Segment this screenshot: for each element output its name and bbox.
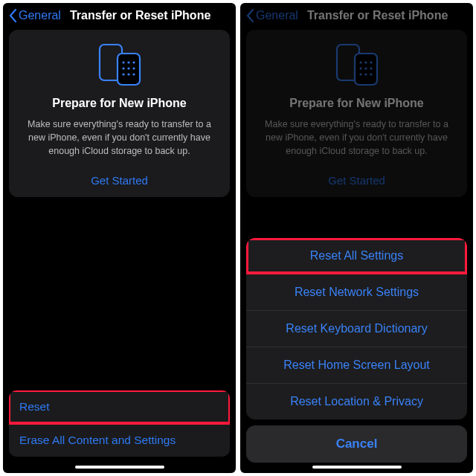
- page-title: Transfer or Reset iPhone: [70, 9, 210, 22]
- home-indicator[interactable]: [312, 466, 402, 469]
- svg-point-2: [122, 61, 124, 63]
- page-title: Transfer or Reset iPhone: [307, 9, 448, 22]
- option-reset-network-settings[interactable]: Reset Network Settings: [246, 274, 467, 310]
- svg-point-14: [364, 61, 367, 63]
- screenshots-pair: General Transfer or Reset iPhone Prepare…: [3, 3, 473, 473]
- svg-point-8: [122, 73, 124, 75]
- get-started-button[interactable]: Get Started: [19, 170, 219, 187]
- svg-point-18: [370, 67, 372, 69]
- svg-point-3: [127, 61, 129, 63]
- svg-point-6: [127, 67, 129, 69]
- svg-point-21: [370, 73, 372, 75]
- svg-point-17: [364, 67, 367, 69]
- chevron-left-icon: [246, 9, 254, 22]
- action-sheet-options: Reset All Settings Reset Network Setting…: [246, 238, 467, 419]
- reset-row-group: Reset Erase All Content and Settings: [9, 390, 230, 457]
- back-button[interactable]: General: [19, 9, 61, 22]
- devices-icon: [257, 43, 457, 86]
- nav-bar: General Transfer or Reset iPhone: [9, 3, 230, 30]
- reset-row[interactable]: Reset: [9, 390, 230, 423]
- action-sheet: Reset All Settings Reset Network Setting…: [246, 238, 467, 463]
- spacer: [9, 197, 230, 390]
- card-heading: Prepare for New iPhone: [19, 97, 219, 110]
- nav-bar: General Transfer or Reset iPhone: [246, 3, 467, 30]
- option-reset-location-privacy[interactable]: Reset Location & Privacy: [246, 383, 467, 419]
- back-button: General: [256, 9, 298, 22]
- svg-point-20: [364, 73, 367, 75]
- prepare-card: Prepare for New iPhone Make sure everyth…: [9, 30, 230, 197]
- svg-point-13: [359, 61, 361, 63]
- svg-point-5: [122, 67, 124, 69]
- svg-point-9: [127, 73, 129, 75]
- svg-point-10: [132, 73, 135, 75]
- option-reset-all-settings[interactable]: Reset All Settings: [246, 238, 467, 274]
- option-reset-keyboard-dictionary[interactable]: Reset Keyboard Dictionary: [246, 310, 467, 347]
- option-reset-home-screen-layout[interactable]: Reset Home Screen Layout: [246, 347, 467, 383]
- card-body: Make sure everything's ready to transfer…: [19, 118, 219, 158]
- get-started-button: Get Started: [257, 170, 457, 187]
- phone-right: General Transfer or Reset iPhone Prepare…: [240, 3, 473, 473]
- devices-icon: [19, 43, 219, 86]
- svg-point-7: [132, 67, 135, 69]
- phone-left: General Transfer or Reset iPhone Prepare…: [3, 3, 236, 473]
- chevron-left-icon[interactable]: [9, 9, 17, 22]
- svg-point-16: [359, 67, 361, 69]
- card-heading: Prepare for New iPhone: [257, 97, 457, 110]
- home-indicator[interactable]: [75, 466, 164, 469]
- svg-point-4: [132, 61, 135, 63]
- erase-all-row[interactable]: Erase All Content and Settings: [9, 423, 230, 457]
- cancel-button[interactable]: Cancel: [246, 425, 467, 463]
- prepare-card: Prepare for New iPhone Make sure everyth…: [246, 30, 467, 197]
- card-body: Make sure everything's ready to transfer…: [257, 118, 457, 158]
- svg-point-15: [370, 61, 372, 63]
- svg-point-19: [359, 73, 361, 75]
